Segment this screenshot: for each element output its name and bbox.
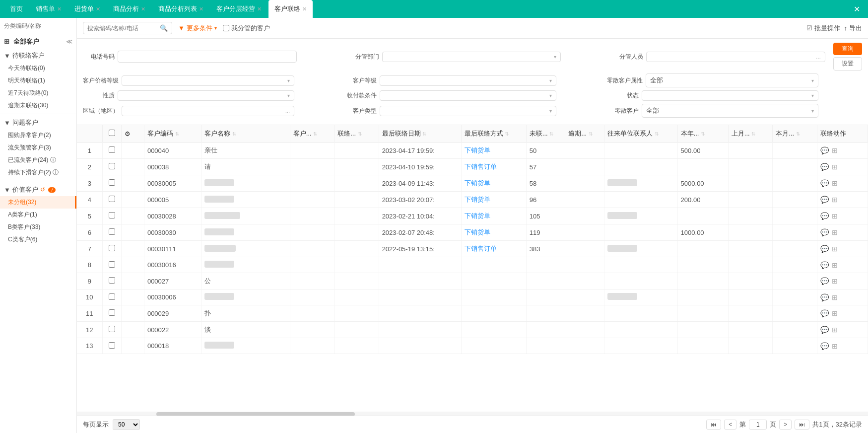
grid-action-icon[interactable]: ⊞ — [832, 196, 838, 204]
my-customers-check[interactable] — [223, 25, 229, 31]
sidebar-all-customers[interactable]: ⊞ 全部客户 ≪ — [0, 34, 76, 49]
grid-action-icon[interactable]: ⊞ — [832, 277, 838, 285]
customer-name[interactable]: 亲仕 — [201, 143, 290, 159]
tab-customer-tier[interactable]: 客户分层经营 ✕ — [210, 0, 267, 18]
close-icon[interactable]: ✕ — [302, 6, 307, 12]
sidebar-item-ungroup[interactable]: 未分组(32) — [0, 196, 76, 209]
customer-code[interactable]: 00030005 — [144, 175, 201, 192]
last-contact-way[interactable] — [461, 273, 526, 289]
close-icon[interactable]: ✕ — [141, 6, 145, 12]
search-icon[interactable]: 🔍 — [160, 24, 168, 32]
customer-tier-select[interactable]: ▾ — [380, 75, 556, 86]
customer-name[interactable] — [201, 224, 290, 241]
last-contact-way[interactable]: 下销货单 — [461, 175, 526, 192]
phone-input[interactable] — [118, 51, 297, 63]
tab-sales[interactable]: 销售单 ✕ — [30, 0, 67, 18]
page-number-input[interactable] — [749, 420, 767, 430]
sidebar-item-churned[interactable]: 已流失客户(24) ⓘ — [0, 154, 76, 166]
collapse-icon[interactable]: ≪ — [66, 38, 72, 45]
first-page-button[interactable]: ⏮ — [706, 420, 721, 430]
batch-operation-btn[interactable]: ☑ 批量操作 — [806, 24, 840, 33]
customer-name[interactable] — [201, 241, 290, 257]
row-checkbox[interactable] — [109, 179, 115, 186]
dept-select[interactable]: ▾ — [382, 52, 561, 62]
customer-code[interactable]: 000038 — [144, 159, 201, 175]
last-contact-way[interactable] — [461, 257, 526, 273]
customer-type-select[interactable]: ▾ — [380, 106, 556, 116]
message-icon[interactable]: 💬 — [820, 342, 829, 350]
message-icon[interactable]: 💬 — [820, 326, 829, 334]
query-button[interactable]: 查询 — [833, 43, 862, 55]
message-icon[interactable]: 💬 — [820, 245, 829, 253]
last-contact-way[interactable]: 下销售订单 — [461, 241, 526, 257]
last-contact-way[interactable]: 下销售订单 — [461, 159, 526, 175]
customer-name[interactable] — [201, 192, 290, 208]
refresh-icon[interactable]: ↺ — [40, 186, 45, 193]
sidebar-item-churn-warning[interactable]: 流失预警客户(3) — [0, 142, 76, 154]
customer-code[interactable]: 00030111 — [144, 241, 201, 257]
grid-action-icon[interactable]: ⊞ — [832, 163, 838, 171]
customer-code[interactable]: 00030016 — [144, 257, 201, 273]
sidebar-item-class-b[interactable]: B类客户(33) — [0, 221, 76, 233]
row-checkbox[interactable] — [109, 196, 115, 202]
select-all-checkbox[interactable] — [109, 130, 115, 136]
message-icon[interactable]: 💬 — [820, 293, 829, 301]
last-contact-way[interactable]: 下销货单 — [461, 192, 526, 208]
customer-code[interactable]: 00030030 — [144, 224, 201, 241]
grid-action-icon[interactable]: ⊞ — [832, 212, 838, 220]
customer-name[interactable] — [201, 338, 290, 354]
message-icon[interactable]: 💬 — [820, 179, 829, 187]
last-contact-way[interactable]: 下销货单 — [461, 224, 526, 241]
row-checkbox[interactable] — [109, 146, 115, 153]
customer-name[interactable] — [201, 208, 290, 224]
grid-action-icon[interactable]: ⊞ — [832, 309, 838, 317]
close-icon[interactable]: ✕ — [57, 6, 62, 12]
customer-code[interactable]: 000018 — [144, 338, 201, 354]
grid-action-icon[interactable]: ⊞ — [832, 245, 838, 253]
sidebar-item-class-c[interactable]: C类客户(6) — [0, 233, 76, 246]
row-checkbox[interactable] — [109, 212, 115, 218]
customer-code[interactable]: 000027 — [144, 273, 201, 289]
sidebar-item-abnormal[interactable]: 囤购异常客户(2) — [0, 129, 76, 142]
message-icon[interactable]: 💬 — [820, 146, 829, 154]
region-select[interactable]: … — [122, 106, 294, 116]
sidebar-group-value[interactable]: ▼ 价值客户 ↺ 7 — [0, 183, 76, 196]
message-icon[interactable]: 💬 — [820, 309, 829, 317]
status-select[interactable]: ▾ — [642, 90, 818, 101]
nature-select[interactable]: ▾ — [118, 90, 294, 101]
customer-name[interactable]: 扑 — [201, 305, 290, 322]
sidebar-group-pending[interactable]: ▼ 待联络客户 — [0, 49, 76, 62]
window-close-button[interactable]: ✕ — [850, 4, 864, 14]
customer-code[interactable]: 00030028 — [144, 208, 201, 224]
sidebar-search-input[interactable] — [4, 22, 77, 29]
close-icon[interactable]: ✕ — [96, 6, 100, 12]
next-page-button[interactable]: > — [779, 420, 792, 430]
row-checkbox[interactable] — [109, 342, 115, 349]
row-checkbox[interactable] — [109, 228, 115, 235]
tab-home[interactable]: 首页 — [4, 0, 29, 18]
sidebar-item-7days[interactable]: 近7天待联络(0) — [0, 87, 76, 99]
more-conditions-btn[interactable]: ▼ 更多条件 ▾ — [178, 24, 217, 33]
grid-action-icon[interactable]: ⊞ — [832, 146, 838, 154]
message-icon[interactable]: 💬 — [820, 196, 829, 204]
prev-page-button[interactable]: < — [724, 420, 736, 430]
grid-action-icon[interactable]: ⊞ — [832, 179, 838, 187]
customer-code[interactable]: 000005 — [144, 192, 201, 208]
row-checkbox[interactable] — [109, 277, 115, 284]
last-contact-way[interactable] — [461, 305, 526, 322]
message-icon[interactable]: 💬 — [820, 163, 829, 171]
tab-customer-contact[interactable]: 客户联络 ✕ — [268, 0, 313, 18]
message-icon[interactable]: 💬 — [820, 228, 829, 236]
reset-button[interactable]: 设置 — [833, 57, 862, 71]
grid-action-icon[interactable]: ⊞ — [832, 342, 838, 350]
last-contact-way[interactable] — [461, 289, 526, 305]
tab-purchase[interactable]: 进货单 ✕ — [68, 0, 106, 18]
customer-name[interactable]: 公 — [201, 273, 290, 289]
last-contact-way[interactable]: 下销货单 — [461, 143, 526, 159]
close-icon[interactable]: ✕ — [257, 6, 262, 12]
sidebar-item-today[interactable]: 今天待联络(0) — [0, 62, 76, 74]
last-page-button[interactable]: ⏭ — [795, 420, 809, 430]
customer-code[interactable]: 000040 — [144, 143, 201, 159]
page-size-select[interactable]: 50 100 200 — [113, 419, 140, 430]
customer-name[interactable]: 请 — [201, 159, 290, 175]
